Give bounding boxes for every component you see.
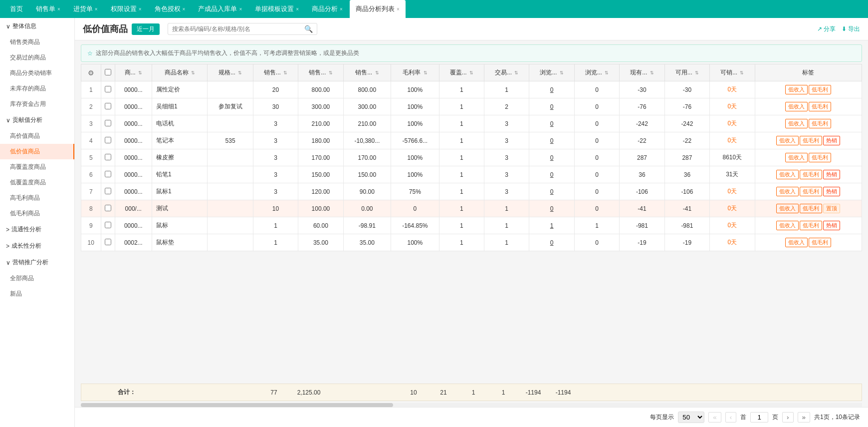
browse-link[interactable]: 0 [550, 188, 554, 195]
nav-permission[interactable]: 权限设置 × [105, 0, 148, 18]
th-browse1[interactable]: 浏览... ⇅ [529, 64, 574, 81]
cell-b1[interactable]: 0 [529, 166, 574, 183]
close-icon[interactable]: × [95, 6, 98, 12]
sidebar-item-stock-capital[interactable]: 库存资金占用 [0, 96, 74, 112]
th-name[interactable]: 商品名称 ⇅ [152, 64, 207, 81]
sidebar-group-growth[interactable]: > 成长性分析 [0, 238, 74, 254]
nav-product-warehousing[interactable]: 产成品入库单 × [192, 0, 248, 18]
cell-name[interactable]: 橡皮擦 [152, 149, 207, 166]
search-input[interactable] [172, 25, 302, 32]
sidebar-item-low-value[interactable]: 低价值商品 [0, 144, 74, 159]
row-checkbox[interactable] [105, 222, 111, 228]
cell-b1[interactable]: 0 [529, 183, 574, 200]
th-current-stock[interactable]: 现有... ⇅ [620, 64, 664, 81]
th-coverage[interactable]: 覆盖... ⇅ [439, 64, 484, 81]
date-filter-button[interactable]: 近一月 [132, 23, 160, 35]
row-checkbox[interactable] [105, 137, 111, 143]
th-tags[interactable]: 标签 [755, 64, 862, 81]
sidebar-item-low-profit[interactable]: 低毛利商品 [0, 206, 74, 221]
th-sales-income[interactable]: 销售... ⇅ [298, 64, 343, 81]
sidebar-item-low-coverage[interactable]: 低覆盖度商品 [0, 175, 74, 190]
nav-product-analysis-list[interactable]: 商品分析列表 × [350, 0, 406, 18]
close-icon[interactable]: × [296, 6, 299, 12]
sidebar-group-overall[interactable]: ∨ 整体信息 [0, 18, 74, 34]
cell-name[interactable]: 测试 [152, 200, 207, 217]
th-trade[interactable]: 交易... ⇅ [484, 64, 529, 81]
scroll-bar-thumb[interactable] [81, 403, 393, 407]
sidebar-group-marketing[interactable]: ∨ 营销推广分析 [0, 254, 74, 271]
next-page-button[interactable]: › [782, 412, 793, 423]
cell-checkbox[interactable] [101, 166, 115, 183]
close-icon[interactable]: × [183, 6, 186, 12]
cell-b1[interactable]: 1 [529, 217, 574, 234]
th-spec[interactable]: 规格... ⇅ [208, 64, 253, 81]
cell-name[interactable]: 属性定价 [152, 81, 207, 98]
sidebar-item-all-products[interactable]: 全部商品 [0, 271, 74, 286]
cell-checkbox[interactable] [101, 98, 115, 115]
th-settings[interactable]: ⚙ [81, 64, 101, 81]
nav-sales-order[interactable]: 销售单 × [30, 0, 66, 18]
close-icon[interactable]: × [139, 6, 142, 12]
page-input[interactable] [750, 412, 768, 423]
row-checkbox[interactable] [105, 205, 111, 211]
row-checkbox[interactable] [105, 120, 111, 126]
first-page-button[interactable]: « [708, 412, 721, 423]
prev-page-button[interactable]: ‹ [725, 412, 736, 423]
share-button[interactable]: ↗ 分享 [817, 25, 836, 33]
sidebar-item-traded-products[interactable]: 交易过的商品 [0, 50, 74, 65]
row-checkbox[interactable] [105, 239, 111, 245]
browse-link[interactable]: 0 [550, 120, 554, 127]
select-all-checkbox[interactable] [105, 69, 111, 75]
th-sellable-stock[interactable]: 可销... ⇅ [710, 64, 755, 81]
browse-link[interactable]: 0 [550, 137, 554, 144]
th-available-stock[interactable]: 可用... ⇅ [664, 64, 709, 81]
browse-link[interactable]: 0 [550, 154, 554, 161]
cell-b1[interactable]: 0 [529, 200, 574, 217]
th-sales-qty[interactable]: 销售... ⇅ [253, 64, 298, 81]
sidebar-item-category-sales-rate[interactable]: 商品分类动销率 [0, 65, 74, 81]
cell-checkbox[interactable] [101, 115, 115, 132]
last-page-button[interactable]: » [798, 412, 810, 423]
cell-checkbox[interactable] [101, 217, 115, 234]
close-icon[interactable]: × [340, 6, 343, 12]
cell-checkbox[interactable] [101, 132, 115, 149]
cell-name[interactable]: 鼠标 [152, 217, 207, 234]
cell-checkbox[interactable] [101, 81, 115, 98]
row-checkbox[interactable] [105, 86, 111, 92]
cell-checkbox[interactable] [101, 234, 115, 251]
cell-b1[interactable]: 0 [529, 115, 574, 132]
close-icon[interactable]: × [239, 6, 242, 12]
search-icon[interactable]: 🔍 [304, 25, 313, 33]
per-page-select[interactable]: 50 100 [678, 412, 704, 423]
cell-checkbox[interactable] [101, 200, 115, 217]
row-checkbox[interactable] [105, 103, 111, 109]
cell-b1[interactable]: 0 [529, 98, 574, 115]
cell-name[interactable]: 吴细细1 [152, 98, 207, 115]
cell-name[interactable]: 铅笔1 [152, 166, 207, 183]
cell-name[interactable]: 电话机 [152, 115, 207, 132]
row-checkbox[interactable] [105, 154, 111, 160]
th-checkbox[interactable] [101, 64, 115, 81]
browse-link[interactable]: 0 [550, 171, 554, 178]
browse-link[interactable]: 0 [550, 239, 554, 246]
nav-purchase-order[interactable]: 进货单 × [67, 0, 104, 18]
th-code[interactable]: 商... ⇅ [115, 64, 152, 81]
row-checkbox[interactable] [105, 188, 111, 194]
th-sales-profit[interactable]: 销售... ⇅ [343, 64, 391, 81]
cell-checkbox[interactable] [101, 149, 115, 166]
nav-home[interactable]: 首页 [4, 0, 29, 18]
close-icon[interactable]: × [397, 6, 400, 12]
close-icon[interactable]: × [57, 6, 60, 12]
browse-link[interactable]: 0 [550, 103, 554, 110]
gear-icon[interactable]: ⚙ [88, 69, 94, 77]
th-profit-rate[interactable]: 毛利率 ⇅ [391, 64, 439, 81]
cell-checkbox[interactable] [101, 183, 115, 200]
nav-role-auth[interactable]: 角色授权 × [149, 0, 192, 18]
cell-b1[interactable]: 0 [529, 234, 574, 251]
sidebar-item-high-coverage[interactable]: 高覆盖度商品 [0, 159, 74, 175]
sidebar-item-new-products[interactable]: 新品 [0, 286, 74, 302]
cell-name[interactable]: 笔记本 [152, 132, 207, 149]
browse-link[interactable]: 0 [550, 205, 554, 212]
sidebar-item-no-stock[interactable]: 未库存的商品 [0, 81, 74, 96]
cell-b1[interactable]: 0 [529, 132, 574, 149]
